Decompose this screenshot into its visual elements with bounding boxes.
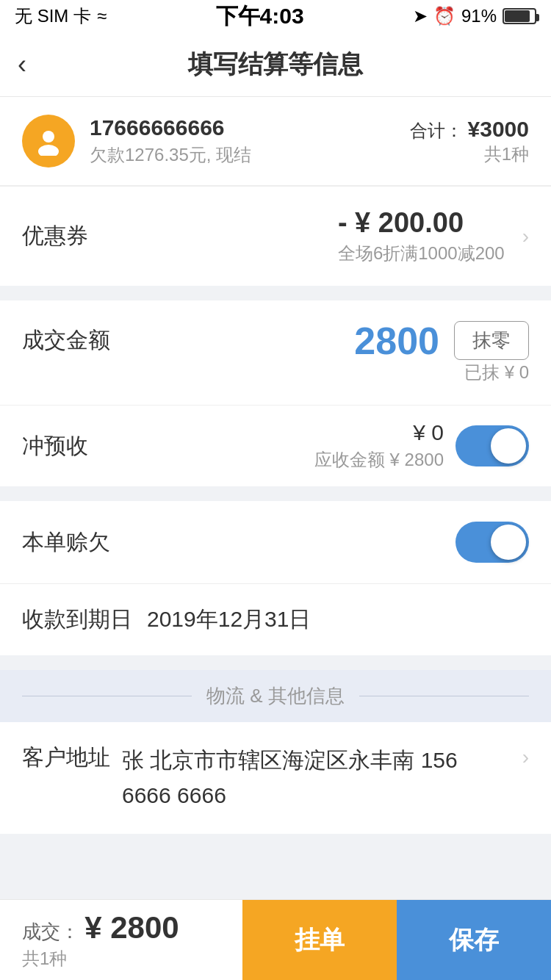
svg-point-1 xyxy=(38,145,59,156)
prepay-right: ¥ 0 应收金额 ¥ 2800 xyxy=(314,420,529,472)
logistics-label: 物流 & 其他信息 xyxy=(206,683,345,709)
footer-bar: 成交： ¥ 2800 共1种 挂单 保存 xyxy=(0,899,551,980)
footer-deal-prefix: 成交： xyxy=(22,920,79,943)
sim-status: 无 SIM 卡 xyxy=(15,4,91,28)
prepay-toggle[interactable] xyxy=(455,425,529,466)
status-bar: 无 SIM 卡 ≈ 下午4:03 ➤ ⏰ 91% xyxy=(0,0,551,32)
divider-line-right xyxy=(359,696,529,696)
alarm-icon: ⏰ xyxy=(433,6,455,26)
wifi-icon: ≈ xyxy=(97,6,107,26)
credit-toggle-knob xyxy=(491,525,526,560)
discount-chevron: › xyxy=(522,225,529,248)
due-date-label: 收款到期日 xyxy=(22,605,132,635)
address-value: 张 北京市市辖区海淀区永丰南 156 6666 6666 xyxy=(122,743,511,813)
prepay-value: ¥ 0 xyxy=(314,420,444,445)
customer-card: 17666666666 欠款1276.35元, 现结 合计： ¥3000 共1种 xyxy=(0,97,551,186)
customer-total: 合计： ¥3000 共1种 xyxy=(410,117,529,166)
amount-sub: 已抹 ¥ 0 xyxy=(464,362,529,382)
amount-sub-row: 已抹 ¥ 0 xyxy=(22,360,529,384)
due-date-section: 收款到期日 2019年12月31日 xyxy=(0,584,551,655)
save-button[interactable]: 保存 xyxy=(397,900,551,981)
section-sep-3 xyxy=(0,655,551,670)
logistics-divider: 物流 & 其他信息 xyxy=(0,670,551,722)
section-sep-2 xyxy=(0,486,551,501)
due-date-value: 2019年12月31日 xyxy=(147,605,311,635)
battery-icon xyxy=(503,8,536,24)
customer-info: 17666666666 欠款1276.35元, 现结 xyxy=(90,115,251,167)
customer-sub: 欠款1276.35元, 现结 xyxy=(90,143,251,167)
round-button[interactable]: 抹零 xyxy=(454,321,529,360)
credit-label: 本单赊欠 xyxy=(22,527,110,558)
discount-value-block: - ¥ 200.00 全场6折满1000减200 xyxy=(338,207,505,265)
amount-label: 成交金额 xyxy=(22,325,110,356)
toggle-knob xyxy=(491,428,526,464)
status-time: 下午4:03 xyxy=(216,1,304,32)
back-button[interactable]: ‹ xyxy=(18,49,26,80)
pending-button[interactable]: 挂单 xyxy=(242,900,397,981)
footer-deal-value: ¥ 2800 xyxy=(84,910,179,945)
svg-point-0 xyxy=(43,131,54,143)
location-icon: ➤ xyxy=(413,6,428,26)
discount-row[interactable]: 优惠券 - ¥ 200.00 全场6折满1000减200 › xyxy=(0,187,551,286)
address-section[interactable]: 客户地址 张 北京市市辖区海淀区永丰南 156 6666 6666 › xyxy=(0,722,551,834)
prepay-value-block: ¥ 0 应收金额 ¥ 2800 xyxy=(314,420,444,472)
total-count: 共1种 xyxy=(410,143,529,166)
discount-value: - ¥ 200.00 xyxy=(338,207,505,239)
footer-deal-label-row: 成交： ¥ 2800 xyxy=(22,910,220,945)
credit-toggle[interactable] xyxy=(455,522,529,563)
amount-right: 2800 抹零 xyxy=(354,321,529,360)
amount-row: 成交金额 2800 抹零 xyxy=(22,321,529,360)
prepay-sub: 应收金额 ¥ 2800 xyxy=(314,448,444,472)
amount-value: 2800 xyxy=(354,322,439,360)
footer-deal-count: 共1种 xyxy=(22,947,220,970)
discount-label: 优惠券 xyxy=(22,221,88,251)
amount-section: 成交金额 2800 抹零 已抹 ¥ 0 xyxy=(0,300,551,405)
address-label: 客户地址 xyxy=(22,743,110,773)
status-right: ➤ ⏰ 91% xyxy=(413,6,536,26)
discount-sub: 全场6折满1000减200 xyxy=(338,242,505,265)
nav-bar: ‹ 填写结算等信息 xyxy=(0,32,551,97)
address-chevron: › xyxy=(522,746,529,769)
avatar xyxy=(22,115,75,167)
discount-right: - ¥ 200.00 全场6折满1000减200 › xyxy=(338,207,529,265)
main-content: 17666666666 欠款1276.35元, 现结 合计： ¥3000 共1种… xyxy=(0,97,551,980)
customer-phone: 17666666666 xyxy=(90,115,251,140)
credit-section: 本单赊欠 xyxy=(0,501,551,583)
prepay-section: 冲预收 ¥ 0 应收金额 ¥ 2800 xyxy=(0,406,551,486)
battery-percent: 91% xyxy=(461,6,497,26)
prepay-label: 冲预收 xyxy=(22,431,88,461)
total-value: ¥3000 xyxy=(468,117,529,141)
customer-left: 17666666666 欠款1276.35元, 现结 xyxy=(22,115,251,167)
footer-left: 成交： ¥ 2800 共1种 xyxy=(0,910,242,970)
section-sep-1 xyxy=(0,286,551,300)
total-label: 合计： ¥3000 xyxy=(410,117,529,143)
page-title: 填写结算等信息 xyxy=(188,48,363,82)
status-left: 无 SIM 卡 ≈ xyxy=(15,4,107,28)
divider-line-left xyxy=(22,696,192,696)
